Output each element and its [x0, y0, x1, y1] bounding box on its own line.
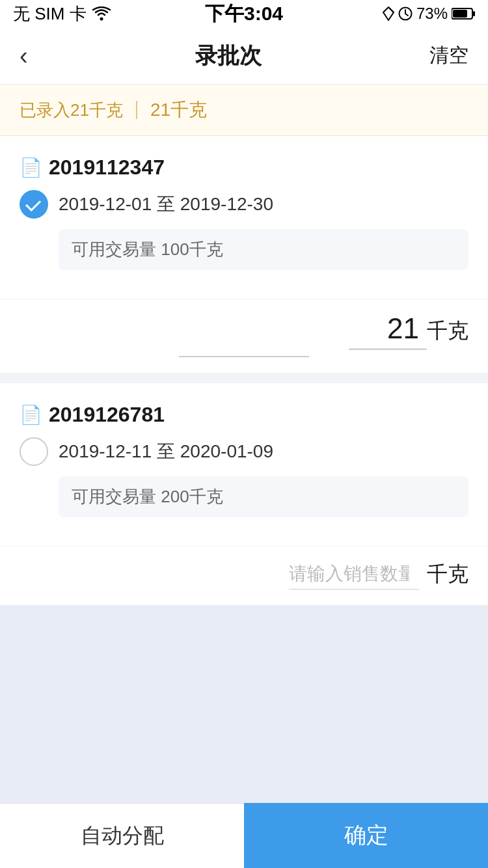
- batch-2-row: 2019-12-11 至 2020-01-09: [20, 437, 468, 466]
- svg-rect-4: [453, 10, 467, 18]
- page-content: 已录入21千克 21千克 📄 2019112347 2019-12-01 至 2…: [0, 85, 488, 868]
- batch-2-date: 2019-12-11 至 2020-01-09: [59, 439, 273, 464]
- batch-card-2-inner: 📄 2019126781 2019-12-11 至 2020-01-09 可用交…: [0, 383, 488, 543]
- batch-2-radio[interactable]: [20, 437, 48, 466]
- status-time: 下午3:04: [205, 1, 283, 27]
- info-divider: [136, 101, 137, 119]
- svg-rect-3: [473, 11, 475, 16]
- location-icon: [383, 7, 394, 21]
- auto-distribute-button[interactable]: 自动分配: [0, 803, 244, 868]
- wifi-icon: [92, 7, 111, 21]
- batch-2-unit: 千克: [427, 560, 468, 589]
- battery-text: 73%: [416, 5, 448, 23]
- batch-1-available: 可用交易量 100千克: [59, 229, 468, 270]
- batch-card-1-inner: 📄 2019112347 2019-12-01 至 2019-12-30 可用交…: [0, 136, 488, 296]
- batch-card-2: 📄 2019126781 2019-12-11 至 2020-01-09 可用交…: [0, 383, 488, 605]
- batch-1-header: 📄 2019112347: [20, 156, 468, 180]
- batch-2-id: 2019126781: [49, 403, 165, 427]
- clock-icon: [398, 7, 413, 21]
- status-bar: 无 SIM 卡 下午3:04 73%: [0, 0, 488, 27]
- batch-1-radio[interactable]: [20, 190, 48, 219]
- batch-1-qty-value: 21: [387, 312, 419, 344]
- batch-1-date: 2019-12-01 至 2019-12-30: [59, 192, 273, 217]
- recorded-label: 已录入21千克: [20, 99, 123, 122]
- page-title: 录批次: [195, 41, 262, 71]
- clear-button[interactable]: 清空: [429, 42, 468, 69]
- batch-2-qty-input[interactable]: [289, 560, 419, 590]
- carrier-text: 无 SIM 卡: [13, 3, 87, 25]
- batch-1-icon: 📄: [20, 157, 42, 178]
- batch-2-input-row: 千克: [0, 546, 488, 590]
- batch-1-qty-unit: 千克: [427, 317, 468, 346]
- batch-2-icon: 📄: [20, 404, 42, 426]
- card-separator: [0, 373, 488, 383]
- back-button[interactable]: ‹: [20, 44, 28, 68]
- batch-2-available: 可用交易量 200千克: [59, 476, 468, 517]
- batch-1-row: 2019-12-01 至 2019-12-30: [20, 190, 468, 219]
- batch-2-header: 📄 2019126781: [20, 403, 468, 427]
- batch-1-id: 2019112347: [49, 156, 165, 180]
- batch-1-qty-row: 21 千克: [0, 299, 488, 349]
- status-left: 无 SIM 卡: [13, 3, 111, 25]
- batch-card-1: 📄 2019112347 2019-12-01 至 2019-12-30 可用交…: [0, 136, 488, 373]
- bottom-bar: 自动分配 确定: [0, 803, 488, 868]
- info-amount: 21千克: [150, 98, 207, 122]
- svg-point-0: [100, 18, 103, 21]
- confirm-button[interactable]: 确定: [244, 803, 488, 868]
- batch-1-qty-container: 21: [349, 312, 427, 349]
- nav-bar: ‹ 录批次 清空: [0, 27, 488, 85]
- status-right: 73%: [383, 5, 475, 23]
- battery-icon: [452, 8, 475, 20]
- info-banner: 已录入21千克 21千克: [0, 85, 488, 136]
